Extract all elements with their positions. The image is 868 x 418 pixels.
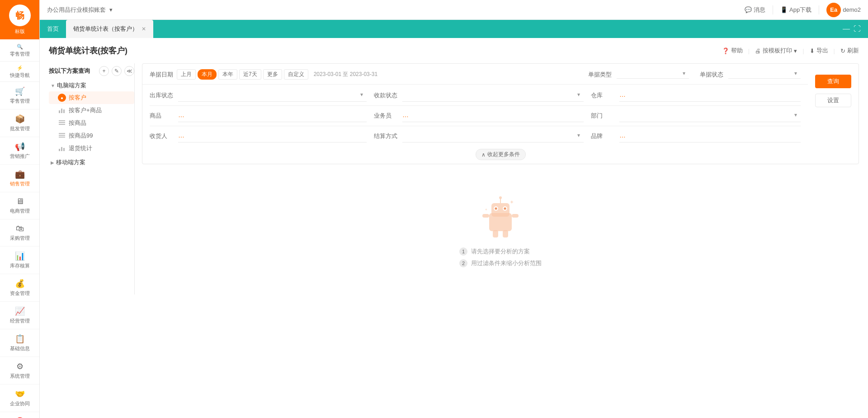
scheme-item-return-stats[interactable]: 退货统计 (49, 142, 134, 155)
print-icon: 🖨 (755, 48, 761, 54)
date-btn-more[interactable]: 更多 (263, 69, 282, 80)
out-status-select[interactable]: ▾ (178, 89, 367, 102)
receiver-select[interactable]: … (178, 130, 367, 142)
ecommerce-label: 电商管理 (10, 208, 30, 214)
help-action[interactable]: ❓ 帮助 (722, 47, 743, 55)
tab-home[interactable]: 首页 (40, 20, 66, 38)
date-btn-last-7-days[interactable]: 近7天 (239, 69, 261, 80)
receipt-status-cell: 收款状态 ▾ (367, 86, 584, 106)
quick-nav[interactable]: ⚡ 快捷导航 (0, 62, 39, 82)
tip-num-2: 2 (459, 259, 467, 267)
salesperson-select[interactable]: … (402, 109, 584, 122)
scheme-item-by-product[interactable]: 按商品 (49, 117, 134, 129)
export-icon: ⬇ (810, 48, 815, 54)
brand-select[interactable]: … (619, 130, 801, 142)
date-btn-this-year[interactable]: 本年 (218, 69, 237, 80)
system-icon: ⚙ (16, 361, 24, 371)
refresh-label: 刷新 (847, 47, 859, 55)
date-btn-this-month[interactable]: 本月 (198, 69, 217, 80)
sidebar-item-wholesale[interactable]: 📦 批发管理 (0, 109, 39, 137)
user-action[interactable]: Ea demo2 (826, 3, 861, 17)
basic-label: 基础信息 (10, 345, 30, 352)
scheme-title: 按以下方案查询 (49, 67, 90, 75)
warehouse-dots: … (619, 91, 627, 98)
settlement-select[interactable]: ▾ (402, 130, 584, 142)
sales-icon: 💼 (15, 169, 25, 179)
nav-icon: ⚡ (17, 65, 23, 71)
sidebar-item-enterprise[interactable]: 🤝 企业协同 (0, 385, 39, 412)
product-icon (58, 119, 66, 127)
search-menu[interactable]: 🔍 零售管理 (0, 39, 39, 62)
filter-row3: 商品 … 业务员 … (142, 106, 808, 126)
settings-button[interactable]: 设置 (815, 94, 851, 107)
right-panel: 单据日期 上月 本月 本年 近7天 更多 自定义 2023-03-01 至 20… (135, 63, 859, 294)
sidebar-item-retail[interactable]: 🛒 零售管理 (0, 82, 39, 109)
scheme-add-btn[interactable]: + (99, 66, 109, 76)
tab-close-icon[interactable]: ✕ (142, 26, 146, 32)
empty-state-tips: 1 请先选择要分析的方案 2 用过滤条件来缩小分析范围 (459, 247, 542, 267)
sidebar-item-basic[interactable]: 📋 基础信息 (0, 329, 39, 357)
sidebar-item-system[interactable]: ⚙ 系统管理 (0, 357, 39, 385)
scheme-item-by-customer[interactable]: ● 按客户 (49, 91, 134, 104)
svg-rect-3 (59, 122, 65, 123)
inventory-icon: 📊 (15, 251, 25, 261)
enterprise-icon: 🤝 (15, 389, 25, 399)
purchase-label: 采购管理 (10, 235, 30, 242)
messages-action[interactable]: 💬 消息 (745, 6, 765, 14)
topbar-dropdown-icon[interactable]: ▾ (109, 6, 113, 13)
department-select[interactable]: ▾ (619, 109, 801, 122)
scheme-collapse-btn[interactable]: ≪ (124, 66, 134, 76)
product-99-icon (58, 132, 66, 140)
search-icon: 🔍 (17, 44, 23, 50)
scheme-edit-btn[interactable]: ✎ (112, 66, 122, 76)
svg-rect-0 (59, 110, 60, 113)
scheme-item-by-customer-product[interactable]: 按客户+商品 (49, 104, 134, 117)
tab-maximize-icon[interactable]: ⛶ (854, 25, 861, 33)
sidebar-item-operations[interactable]: 📈 经营管理 (0, 302, 39, 329)
retail-icon: 🛒 (15, 86, 25, 96)
tab-minimize-icon[interactable]: — (843, 25, 850, 33)
order-type-select[interactable]: ▾ (617, 70, 689, 79)
query-button[interactable]: 查询 (815, 75, 851, 88)
collapse-button[interactable]: ∧ 收起更多条件 (476, 149, 526, 160)
sidebar-item-purchase[interactable]: 🛍 采购管理 (0, 219, 39, 247)
search-label: 零售管理 (10, 51, 30, 57)
order-status-select[interactable]: ▾ (728, 70, 801, 79)
tabbar: 首页 销货单统计表（按客户） ✕ — ⛶ (40, 20, 868, 38)
app-download-action[interactable]: 📱 App下载 (780, 6, 811, 14)
sidebar-item-newbie[interactable]: 🎯 新手引导 (0, 412, 39, 418)
svg-rect-8 (59, 133, 65, 134)
date-btn-last-month[interactable]: 上月 (177, 69, 196, 80)
receipt-status-select[interactable]: ▾ (402, 89, 584, 102)
export-action[interactable]: ⬇ 导出 (810, 47, 828, 55)
product-select[interactable]: … (178, 109, 367, 122)
tab-sales-stats-label: 销货单统计表（按客户） (73, 25, 138, 33)
product-label: 商品 (150, 112, 175, 120)
out-status-label: 出库状态 (150, 91, 175, 100)
scheme-header: 按以下方案查询 + ✎ ≪ (49, 63, 134, 80)
warehouse-select[interactable]: … (619, 89, 801, 102)
sidebar-item-ecommerce[interactable]: 🖥 电商管理 (0, 192, 39, 219)
tab-sales-stats[interactable]: 销货单统计表（按客户） ✕ (66, 20, 153, 38)
print-action[interactable]: 🖨 按模板打印 ▾ (755, 47, 797, 55)
page-header: 销货单统计表(按客户) ❓ 帮助 | 🖨 按模板打印 ▾ | ⬇ (49, 45, 859, 56)
empty-state-illustration: ✦ ✦ (478, 195, 523, 240)
sidebar: 畅 标版 🔍 零售管理 ⚡ 快捷导航 🛒 零售管理 📦 批发管理 📢 营销推广 … (0, 0, 40, 418)
order-type-status-row: 单据类型 ▾ 单据状态 ▾ (588, 70, 801, 79)
retail-label: 零售管理 (10, 98, 30, 104)
scheme-section-pc-title[interactable]: ▼ 电脑端方案 (49, 80, 134, 91)
sidebar-item-marketing[interactable]: 📢 营销推广 (0, 137, 39, 165)
scheme-item-by-product-99[interactable]: 按商品99 (49, 129, 134, 142)
scheme-section-mobile-title[interactable]: ▶ 移动端方案 (49, 157, 134, 168)
receiver-cell: 收货人 … (150, 126, 367, 146)
sidebar-item-finance[interactable]: 💰 资金管理 (0, 274, 39, 302)
sidebar-item-inventory[interactable]: 📊 库存核算 (0, 247, 39, 274)
brand-cell: 品牌 … (584, 126, 801, 146)
refresh-action[interactable]: ↻ 刷新 (840, 47, 859, 55)
date-btn-custom[interactable]: 自定义 (284, 69, 308, 80)
settlement-label: 结算方式 (374, 132, 399, 140)
customer-product-label: 按客户+商品 (69, 106, 102, 114)
btn-col: 查询 设置 (808, 69, 859, 146)
sidebar-item-sales[interactable]: 💼 销售管理 (0, 165, 39, 192)
separator1 (773, 5, 773, 14)
